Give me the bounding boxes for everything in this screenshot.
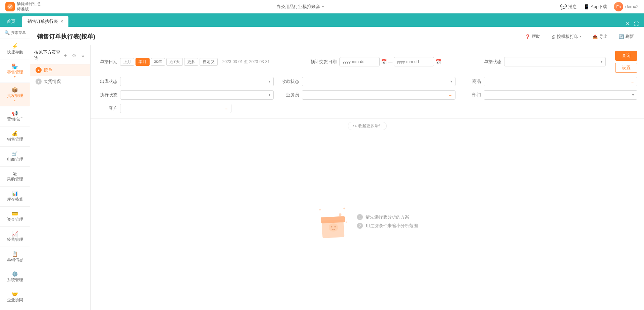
system-icon: ⚙️ bbox=[12, 271, 18, 277]
date-range-text: 2023-03-01 至 2023-03-31 bbox=[222, 59, 270, 65]
marketing-icon: 📢 bbox=[12, 110, 18, 116]
calendar-to-icon[interactable]: 📅 bbox=[435, 59, 441, 64]
content-area: 销售订单执行表(按单) ❓ 帮助 🖨 按模板打印 ▾ 📤 导出 bbox=[30, 27, 644, 310]
logo-area[interactable]: 畅捷通好生意 标准版 bbox=[5, 1, 41, 12]
sidebar-item-retail[interactable]: 🏪 零售管理 ▾ bbox=[0, 59, 30, 83]
calendar-from-icon[interactable]: 📅 bbox=[381, 59, 387, 64]
window-maximize-icon[interactable]: ⛶ bbox=[634, 21, 639, 27]
sidebar-ecommerce-label: 电商管理 bbox=[7, 157, 23, 162]
sidebar-item-inventory[interactable]: 📊 库存核算 bbox=[0, 187, 30, 207]
filter-field-customer: 客户 ··· bbox=[97, 104, 231, 113]
sidebar-system-label: 系统管理 bbox=[7, 277, 23, 283]
left-panel-item-debt[interactable]: ● 欠货情况 bbox=[30, 76, 90, 87]
preset-last-7-days[interactable]: 近7天 bbox=[166, 58, 183, 66]
app-download-action[interactable]: 📱 App下载 bbox=[584, 4, 607, 10]
collapse-more-btn[interactable]: ∧∧ 收起更多条件 bbox=[348, 122, 387, 130]
debt-scheme-icon: ● bbox=[36, 79, 42, 85]
export-button[interactable]: 📤 导出 bbox=[589, 32, 611, 41]
sidebar-item-system[interactable]: ⚙️ 系统管理 bbox=[0, 267, 30, 287]
svg-point-6 bbox=[339, 213, 341, 216]
delivery-date-from[interactable] bbox=[339, 57, 380, 66]
tab-bar: 首页 销售订单执行表 × ✕ ⛶ bbox=[0, 13, 644, 27]
sidebar-operation-label: 经营管理 bbox=[7, 237, 23, 243]
date-label: 单据日期 bbox=[97, 59, 117, 65]
filter-row-4: 客户 ··· bbox=[97, 104, 637, 113]
refresh-button[interactable]: 🔄 刷新 bbox=[615, 32, 637, 41]
filter-row-3: 执行状态 业务员 ··· 部门 bbox=[97, 90, 637, 100]
main-layout: 🔍 搜索菜单 ⚡ 快捷导航 🏪 零售管理 ▾ 📦 批发管理 ▴ 📢 营销推广 💰… bbox=[0, 27, 644, 310]
sidebar-item-finance[interactable]: 💳 资金管理 bbox=[0, 207, 30, 227]
left-panel-header: 按以下方案查询 + ⊙ « bbox=[30, 49, 90, 64]
customer-input-wrapper[interactable]: ··· bbox=[120, 104, 231, 113]
empty-tip-1: 1 请先选择要分析的方案 bbox=[357, 214, 418, 220]
goods-input-wrapper[interactable]: ··· bbox=[484, 77, 637, 86]
delivery-status-select[interactable] bbox=[120, 77, 274, 86]
collapse-row: ∧∧ 收起更多条件 bbox=[91, 119, 644, 133]
single-status-select[interactable] bbox=[504, 57, 606, 66]
filter-field-collection-status: 收款状态 bbox=[279, 77, 455, 86]
salesperson-input-wrapper[interactable]: ··· bbox=[302, 90, 455, 100]
search-button[interactable]: 查询 bbox=[615, 51, 637, 61]
sidebar-item-purchase[interactable]: 🛍 采购管理 bbox=[0, 167, 30, 187]
sidebar-item-ecommerce[interactable]: 🛒 电商管理 bbox=[0, 147, 30, 167]
sidebar-item-newbie[interactable]: 🌟 新手引导 bbox=[0, 307, 30, 310]
user-area[interactable]: Ea demo2 bbox=[614, 2, 639, 11]
sidebar-search-label: 搜索菜单 bbox=[11, 30, 26, 35]
add-scheme-button[interactable]: + bbox=[62, 52, 69, 59]
nav-arrow-icon[interactable]: ▼ bbox=[321, 5, 325, 8]
customer-ellipsis-icon[interactable]: ··· bbox=[225, 106, 228, 111]
sidebar-item-wholesale[interactable]: 📦 批发管理 ▴ bbox=[0, 83, 30, 106]
svg-text:✦: ✦ bbox=[345, 221, 347, 224]
left-panel-item-order[interactable]: ● 按单 bbox=[30, 64, 90, 76]
tab-active-label: 销售订单执行表 bbox=[28, 18, 58, 24]
settings-button[interactable]: 设置 bbox=[615, 63, 637, 73]
filter-row-1: 单据日期 上月 本月 本年 近7天 更多 自定义 20 bbox=[97, 51, 637, 73]
svg-text:✦: ✦ bbox=[343, 207, 345, 210]
preset-custom[interactable]: 自定义 bbox=[200, 58, 218, 66]
sidebar-item-marketing[interactable]: 📢 营销推广 bbox=[0, 106, 30, 126]
finance-icon: 💳 bbox=[12, 211, 18, 217]
preset-this-year[interactable]: 本年 bbox=[151, 58, 165, 66]
execution-status-select[interactable] bbox=[120, 90, 274, 100]
print-button[interactable]: 🖨 按模板打印 ▾ bbox=[548, 32, 585, 41]
filter-field-delivery-date: 预计交货日期 📅 — 📅 bbox=[310, 57, 476, 66]
svg-point-0 bbox=[7, 4, 13, 9]
sidebar-item-quick-nav[interactable]: ⚡ 快捷导航 bbox=[0, 39, 30, 59]
salesperson-ellipsis-icon[interactable]: ··· bbox=[449, 93, 452, 98]
sidebar-item-sales[interactable]: 💰 销售管理 bbox=[0, 126, 30, 147]
user-name: demo2 bbox=[625, 4, 639, 9]
sidebar-item-cooperation[interactable]: 🤝 企业协同 bbox=[0, 287, 30, 307]
preset-this-month[interactable]: 本月 bbox=[136, 58, 150, 66]
settings-scheme-button[interactable]: ⊙ bbox=[71, 52, 77, 59]
print-icon: 🖨 bbox=[551, 34, 555, 39]
tab-active[interactable]: 销售订单执行表 × bbox=[22, 16, 68, 27]
sidebar-item-basic[interactable]: 📋 基础信息 bbox=[0, 247, 30, 267]
single-status-label: 单据状态 bbox=[481, 59, 501, 65]
search-icon: 🔍 bbox=[4, 30, 10, 35]
window-close-icon[interactable]: ✕ bbox=[626, 20, 630, 27]
header-center[interactable]: 办公用品行业模拟账套 ▼ bbox=[276, 4, 325, 10]
delivery-status-label: 出库状态 bbox=[97, 79, 117, 85]
help-button[interactable]: ❓ 帮助 bbox=[522, 32, 544, 41]
tab-close-icon[interactable]: × bbox=[61, 19, 63, 24]
preset-last-month[interactable]: 上月 bbox=[120, 58, 134, 66]
collection-status-select[interactable] bbox=[302, 77, 455, 86]
sidebar-item-search[interactable]: 🔍 搜索菜单 bbox=[0, 27, 30, 39]
debt-scheme-label: 欠货情况 bbox=[44, 79, 61, 85]
download-icon: 📱 bbox=[584, 4, 589, 9]
filter-field-date: 单据日期 上月 本月 本年 近7天 更多 自定义 20 bbox=[97, 58, 305, 66]
tab-home[interactable]: 首页 bbox=[1, 16, 21, 27]
right-content: 单据日期 上月 本月 本年 近7天 更多 自定义 20 bbox=[91, 45, 644, 310]
department-select[interactable] bbox=[484, 90, 637, 100]
sidebar-item-operation[interactable]: 📈 经营管理 bbox=[0, 227, 30, 247]
goods-ellipsis-icon[interactable]: ··· bbox=[631, 79, 634, 84]
operation-icon: 📈 bbox=[12, 231, 18, 237]
message-action[interactable]: 💬 消息 bbox=[560, 3, 577, 10]
empty-state: ✦ ✦ ✦ bbox=[91, 133, 644, 310]
department-label: 部门 bbox=[461, 92, 481, 98]
preset-more[interactable]: 更多 bbox=[184, 58, 198, 66]
message-icon: 💬 bbox=[560, 3, 567, 10]
delivery-date-to[interactable] bbox=[394, 57, 434, 66]
collapse-panel-button[interactable]: « bbox=[79, 52, 86, 59]
filter-field-salesperson: 业务员 ··· bbox=[279, 90, 455, 100]
